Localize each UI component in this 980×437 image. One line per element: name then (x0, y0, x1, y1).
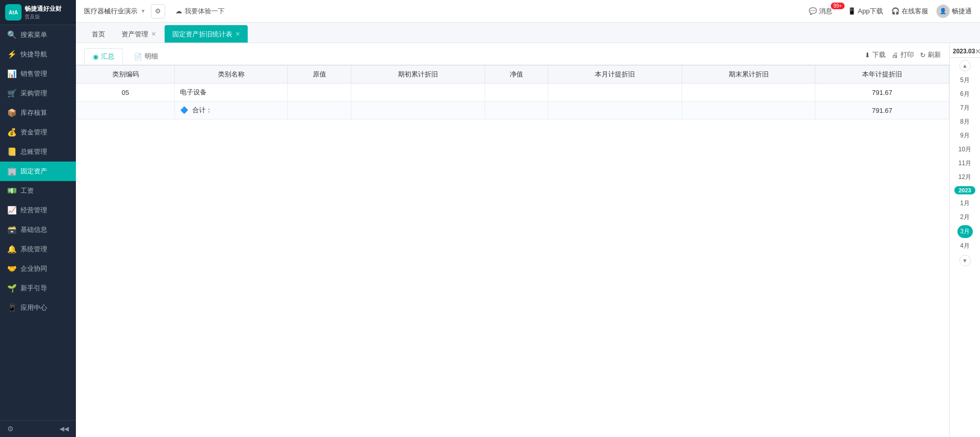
print-icon: 🖨 (892, 51, 898, 59)
sidebar-edition: 普及版 (25, 13, 62, 21)
purchase-icon: 🛒 (7, 89, 16, 98)
download-icon: 📱 (848, 7, 856, 15)
settings-button[interactable]: ⚙ (151, 4, 165, 18)
sum-label-cell (76, 102, 175, 120)
inventory-icon: 📦 (7, 108, 16, 117)
sidebar-item-label: 资金管理 (21, 128, 47, 137)
tab-asset-mgmt[interactable]: 资产管理 ✕ (114, 25, 164, 43)
sidebar-title-block: 畅捷通好业财 普及版 (25, 5, 62, 21)
close-icon[interactable]: ✕ (235, 31, 240, 37)
collab-icon: 🤝 (7, 264, 16, 273)
message-icon: 💬 (809, 7, 817, 15)
sidebar-item-label: 库存核算 (21, 108, 47, 117)
chevron-down-icon: ▼ (141, 8, 146, 14)
sidebar-item-label: 工资 (21, 186, 34, 195)
download-icon: ⬇ (865, 51, 870, 59)
month-item-8[interactable]: 8月 (950, 115, 980, 129)
sidebar-logo-icon: AtA (5, 4, 22, 21)
sum-row: 🔷 合计： 791.67 (76, 102, 949, 120)
month-scroll[interactable]: ▲ 5月 6月 7月 8月 9月 10月 11月 12月 2023 1月 2月 … (950, 58, 980, 437)
base-info-icon: 🗃️ (7, 225, 16, 234)
topbar-right: 💬 消息 99+ 📱 App下载 🎧 在线客服 👤 畅捷通 (809, 5, 972, 18)
subtab-detail[interactable]: 📄 明细 (125, 48, 167, 65)
online-service-label: 在线客服 (902, 7, 928, 16)
app-download-button[interactable]: 📱 App下载 (848, 7, 883, 16)
row-initial-accum (351, 84, 485, 102)
sidebar-item-quick-nav[interactable]: ⚡ 快捷导航 (0, 45, 76, 64)
sidebar-item-ledger[interactable]: 📒 总账管理 (0, 142, 76, 162)
sidebar-item-label: 新手引导 (21, 284, 47, 293)
month-item-5[interactable]: 5月 (950, 73, 980, 87)
close-icon[interactable]: ✕ (151, 31, 156, 37)
company-selector[interactable]: 医疗器械行业演示 ▼ (84, 7, 146, 16)
sidebar-item-purchase[interactable]: 🛒 采购管理 (0, 84, 76, 103)
sidebar-item-payroll[interactable]: 💵 工资 (0, 181, 76, 201)
sidebar-item-operations[interactable]: 📈 经营管理 (0, 201, 76, 220)
row-annual-depr: 791.67 (815, 84, 949, 102)
download-button[interactable]: ⬇ 下载 (865, 50, 886, 59)
tab-home[interactable]: 首页 (84, 25, 113, 43)
subtab-summary[interactable]: ◉ 汇总 (84, 48, 123, 65)
sales-icon: 📊 (7, 69, 16, 78)
tab-depreciation-report[interactable]: 固定资产折旧统计表 ✕ (165, 25, 248, 43)
messages-label: 消息 (819, 7, 832, 16)
sidebar-item-base-info[interactable]: 🗃️ 基础信息 (0, 220, 76, 240)
sidebar-item-sales[interactable]: 📊 销售管理 (0, 64, 76, 84)
quick-nav-icon: ⚡ (7, 50, 16, 59)
collapse-icon[interactable]: ◀◀ (59, 425, 69, 432)
sidebar-item-sys-mgmt[interactable]: 🔔 系统管理 (0, 240, 76, 259)
row-original (288, 84, 351, 102)
ledger-icon: 📒 (7, 147, 16, 156)
sidebar-item-guide[interactable]: 🌱 新手引导 (0, 279, 76, 298)
sidebar-item-fixed-assets[interactable]: 🏢 固定资产 (0, 162, 76, 181)
sum-label: 🔷 合计： (175, 102, 288, 120)
sys-mgmt-icon: 🔔 (7, 245, 16, 254)
scroll-down-button[interactable]: ▼ (959, 255, 971, 266)
table-wrap: 类别编码 类别名称 原值 期初累计折旧 净值 本月计提折旧 期末累计折旧 本年计… (76, 65, 949, 437)
print-button[interactable]: 🖨 打印 (892, 50, 914, 59)
month-item-10[interactable]: 10月 (950, 143, 980, 156)
settings-icon[interactable]: ⚙ (7, 425, 14, 433)
user-name: 畅捷通 (952, 7, 972, 16)
guide-icon: 🌱 (7, 284, 16, 293)
search-icon: 🔍 (7, 30, 16, 39)
sidebar-item-label: 搜索菜单 (21, 30, 47, 39)
main-area: 医疗器械行业演示 ▼ ⚙ ☁ 我要体验一下 💬 消息 99+ 📱 App下载 🎧… (76, 0, 980, 437)
sidebar-item-app-center[interactable]: 📱 应用中心 (0, 298, 76, 317)
month-item-11[interactable]: 11月 (950, 156, 980, 170)
app-download-label: App下载 (858, 7, 883, 16)
row-monthly-depr (548, 84, 682, 102)
sidebar-item-finance[interactable]: 💰 资金管理 (0, 123, 76, 142)
subtab-actions: ⬇ 下载 🖨 打印 ↻ 刷新 (865, 50, 941, 63)
tab-home-label: 首页 (92, 30, 105, 39)
sidebar-item-search[interactable]: 🔍 搜索菜单 (0, 25, 76, 45)
refresh-button[interactable]: ↻ 刷新 (920, 50, 941, 59)
sidebar-item-collab[interactable]: 🤝 企业协同 (0, 259, 76, 279)
row-net (485, 84, 548, 102)
online-service-button[interactable]: 🎧 在线客服 (891, 7, 928, 16)
sidebar-item-label: 固定资产 (21, 167, 47, 176)
month-item-1[interactable]: 1月 (950, 196, 980, 210)
month-item-2[interactable]: 2月 (950, 210, 980, 224)
month-item-6[interactable]: 6月 (950, 87, 980, 101)
sidebar-item-inventory[interactable]: 📦 库存核算 (0, 103, 76, 123)
sidebar-item-label: 快捷导航 (21, 50, 47, 59)
user-menu[interactable]: 👤 畅捷通 (936, 5, 972, 18)
month-item-3-active[interactable]: 3月 (957, 225, 973, 238)
experience-button[interactable]: ☁ 我要体验一下 (175, 7, 225, 16)
scroll-up-button[interactable]: ▲ (959, 60, 971, 71)
col-period-accum: 期末累计折旧 (682, 66, 815, 84)
right-panel: 2023.03 ✕ ⤢ ▲ 5月 6月 7月 8月 9月 10月 11月 12月… (949, 43, 980, 437)
app-center-icon: 📱 (7, 303, 16, 312)
avatar: 👤 (936, 5, 950, 18)
topbar: 医疗器械行业演示 ▼ ⚙ ☁ 我要体验一下 💬 消息 99+ 📱 App下载 🎧… (76, 0, 980, 23)
close-panel-button[interactable]: ✕ (975, 47, 980, 55)
month-item-4[interactable]: 4月 (950, 239, 980, 253)
col-annual-depr: 本年计提折旧 (815, 66, 949, 84)
fixed-assets-icon: 🏢 (7, 167, 16, 176)
depreciation-table: 类别编码 类别名称 原值 期初累计折旧 净值 本月计提折旧 期末累计折旧 本年计… (76, 65, 949, 120)
messages-button[interactable]: 💬 消息 99+ (809, 7, 839, 16)
month-item-12[interactable]: 12月 (950, 170, 980, 184)
month-item-9[interactable]: 9月 (950, 129, 980, 143)
month-item-7[interactable]: 7月 (950, 101, 980, 115)
